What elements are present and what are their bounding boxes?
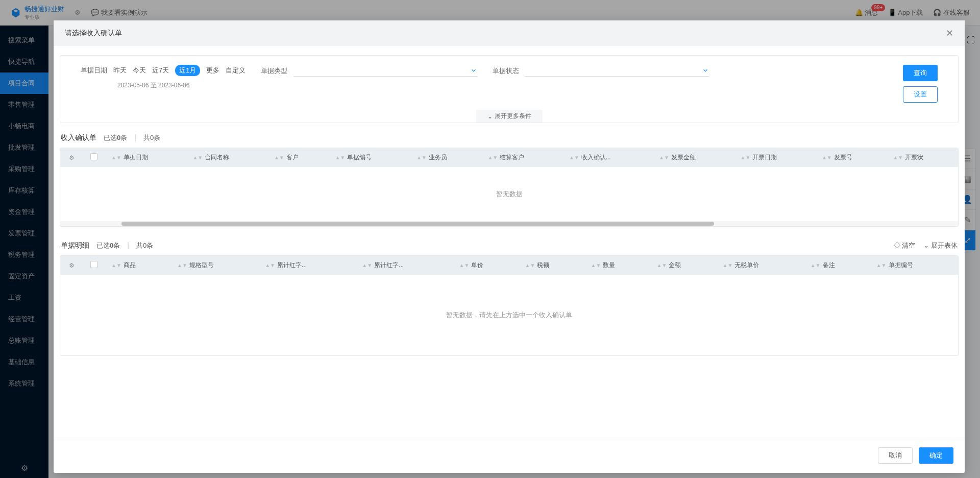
table1-empty: 暂无数据 bbox=[60, 167, 958, 221]
table1-scrollbar[interactable] bbox=[60, 221, 958, 226]
table1: ⚙ ▲▼单据日期 ▲▼合同名称 ▲▼客户 ▲▼单据编号 ▲▼业务员 ▲▼结算客户… bbox=[60, 148, 959, 227]
col-invoice-amt[interactable]: ▲▼发票金额 bbox=[653, 148, 734, 167]
table2: ⚙ ▲▼商品 ▲▼规格型号 ▲▼累计红字... ▲▼累计红字... ▲▼单价 ▲… bbox=[60, 255, 959, 356]
type-label: 单据类型 bbox=[261, 66, 287, 76]
col-spec[interactable]: ▲▼规格型号 bbox=[171, 256, 259, 275]
select-income-modal: 请选择收入确认单 ✕ 单据日期 昨天 今天 近7天 近1月 更多 自定义 202… bbox=[54, 20, 965, 473]
expand-body-button[interactable]: ⌄ 展开表体 bbox=[923, 241, 958, 250]
cancel-button[interactable]: 取消 bbox=[878, 447, 913, 464]
section2-total: 共0条 bbox=[136, 241, 153, 250]
col-remark[interactable]: ▲▼备注 bbox=[804, 256, 870, 275]
col-price[interactable]: ▲▼单价 bbox=[453, 256, 519, 275]
modal-footer: 取消 确定 bbox=[54, 438, 965, 473]
col-settle[interactable]: ▲▼结算客户 bbox=[481, 148, 562, 167]
table2-checkall[interactable] bbox=[83, 256, 105, 275]
modal-header: 请选择收入确认单 ✕ bbox=[54, 20, 965, 46]
table2-empty: 暂无数据，请先在上方选中一个收入确认单 bbox=[60, 275, 958, 355]
confirm-button[interactable]: 确定 bbox=[919, 447, 953, 464]
double-chevron-down-icon: ⌄ bbox=[487, 113, 493, 120]
date-tab-today[interactable]: 今天 bbox=[133, 66, 146, 75]
date-tab-more[interactable]: 更多 bbox=[206, 66, 219, 75]
status-label: 单据状态 bbox=[493, 66, 519, 76]
col-docno2[interactable]: ▲▼单据编号 bbox=[870, 256, 958, 275]
section1-header: 收入确认单 已选0条 | 共0条 bbox=[60, 128, 959, 148]
col-date[interactable]: ▲▼单据日期 bbox=[105, 148, 186, 167]
table1-checkall[interactable] bbox=[83, 148, 105, 167]
section1-selected: 已选0条 bbox=[104, 133, 127, 142]
table2-settings-icon[interactable]: ⚙ bbox=[60, 256, 83, 275]
date-range-text: 2023-05-06 至 2023-06-06 bbox=[81, 81, 246, 90]
section2-header: 单据明细 已选0条 | 共0条 ◇ 清空 ⌄ 展开表体 bbox=[60, 236, 959, 255]
col-notax[interactable]: ▲▼无税单价 bbox=[717, 256, 804, 275]
chevron-down-icon bbox=[470, 67, 477, 74]
col-docno[interactable]: ▲▼单据编号 bbox=[329, 148, 410, 167]
date-tab-week[interactable]: 近7天 bbox=[152, 66, 169, 75]
clear-button[interactable]: ◇ 清空 bbox=[894, 241, 916, 250]
col-red1[interactable]: ▲▼累计红字... bbox=[259, 256, 356, 275]
filter-panel: 单据日期 昨天 今天 近7天 近1月 更多 自定义 2023-05-06 至 2… bbox=[60, 55, 959, 123]
col-tax[interactable]: ▲▼税额 bbox=[519, 256, 585, 275]
date-label: 单据日期 bbox=[81, 66, 107, 75]
table1-settings-icon[interactable]: ⚙ bbox=[60, 148, 83, 167]
col-red2[interactable]: ▲▼累计红字... bbox=[356, 256, 453, 275]
section2-title: 单据明细 bbox=[61, 241, 89, 250]
close-icon[interactable]: ✕ bbox=[946, 28, 953, 39]
date-filter: 单据日期 昨天 今天 近7天 近1月 更多 自定义 2023-05-06 至 2… bbox=[81, 65, 246, 90]
col-amount[interactable]: ▲▼金额 bbox=[651, 256, 717, 275]
date-tab-month[interactable]: 近1月 bbox=[175, 65, 200, 76]
col-sales[interactable]: ▲▼业务员 bbox=[410, 148, 481, 167]
date-tab-yesterday[interactable]: 昨天 bbox=[113, 66, 127, 75]
status-select[interactable] bbox=[525, 65, 709, 77]
col-invoice-status[interactable]: ▲▼开票状 bbox=[887, 148, 958, 167]
col-product[interactable]: ▲▼商品 bbox=[105, 256, 171, 275]
col-contract[interactable]: ▲▼合同名称 bbox=[186, 148, 267, 167]
modal-title: 请选择收入确认单 bbox=[65, 29, 122, 38]
col-customer[interactable]: ▲▼客户 bbox=[268, 148, 329, 167]
col-income[interactable]: ▲▼收入确认... bbox=[563, 148, 653, 167]
type-select[interactable] bbox=[293, 65, 477, 77]
section1-title: 收入确认单 bbox=[61, 133, 96, 142]
col-invoice-no[interactable]: ▲▼发票号 bbox=[816, 148, 887, 167]
col-qty[interactable]: ▲▼数量 bbox=[585, 256, 651, 275]
section1-total: 共0条 bbox=[143, 133, 160, 142]
filter-settings-button[interactable]: 设置 bbox=[903, 86, 938, 103]
col-invoice-date[interactable]: ▲▼开票日期 bbox=[734, 148, 815, 167]
date-tab-custom[interactable]: 自定义 bbox=[226, 66, 246, 75]
section2-selected: 已选0条 bbox=[96, 241, 120, 250]
expand-conditions[interactable]: ⌄ 展开更多条件 bbox=[476, 110, 543, 123]
query-button[interactable]: 查询 bbox=[903, 65, 938, 81]
chevron-down-icon bbox=[702, 67, 709, 74]
